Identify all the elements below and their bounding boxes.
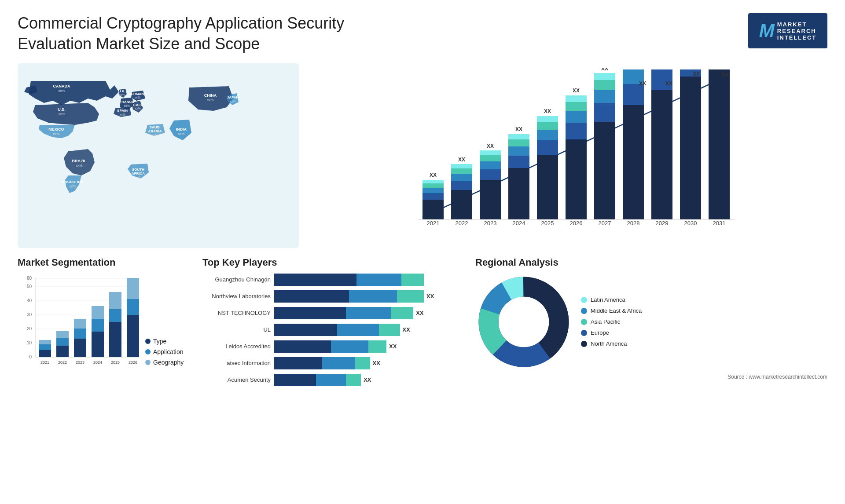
svg-rect-21 xyxy=(422,200,444,219)
svg-rect-112 xyxy=(74,319,86,329)
player-bar-seg3 xyxy=(355,357,370,369)
svg-text:XX: XX xyxy=(665,80,672,87)
svg-rect-123 xyxy=(127,299,139,315)
player-row: ULXX xyxy=(202,324,467,336)
map-container: CANADA xx% U.S. xx% MEXICO xx% BRAZIL xx… xyxy=(18,63,299,248)
svg-text:xx%: xx% xyxy=(230,100,235,103)
svg-rect-23 xyxy=(422,188,444,193)
regional-item-mea: Middle East & Africa xyxy=(581,307,642,314)
svg-rect-120 xyxy=(109,292,121,309)
svg-text:2022: 2022 xyxy=(456,220,468,226)
player-bar-seg3 xyxy=(368,340,386,353)
svg-rect-103 xyxy=(39,344,51,350)
player-name: Guangzhou Chinagdn xyxy=(202,276,271,283)
player-bar xyxy=(274,274,424,286)
svg-rect-110 xyxy=(74,339,86,357)
svg-text:2022: 2022 xyxy=(58,360,67,365)
svg-rect-104 xyxy=(39,340,51,344)
svg-text:xx%: xx% xyxy=(152,134,158,137)
player-bar-seg1 xyxy=(274,290,349,303)
svg-rect-59 xyxy=(566,102,587,111)
legend-type: Type xyxy=(145,338,184,345)
svg-rect-116 xyxy=(92,306,104,319)
map-label-south-africa: SOUTH xyxy=(132,168,144,172)
regional-section: Regional Analysis xyxy=(475,257,827,391)
svg-rect-42 xyxy=(508,168,529,219)
svg-text:xx%: xx% xyxy=(119,113,125,116)
segmentation-chart: 0 10 20 30 40 50 60 2021 xyxy=(18,274,141,375)
svg-text:XX: XX xyxy=(693,71,700,77)
svg-text:XX: XX xyxy=(458,157,465,163)
svg-rect-58 xyxy=(566,111,587,123)
logo-text: MARKET RESEARCH INTELLECT xyxy=(777,21,817,41)
svg-rect-51 xyxy=(537,130,558,140)
svg-text:2028: 2028 xyxy=(627,220,640,226)
svg-rect-56 xyxy=(566,139,587,219)
player-bar xyxy=(274,374,361,386)
regional-label-latin: Latin America xyxy=(591,296,625,303)
top-row: CANADA xx% U.S. xx% MEXICO xx% BRAZIL xx… xyxy=(18,63,827,248)
player-name: atsec Information xyxy=(202,360,271,366)
map-label-argentina: ARGENTINA xyxy=(62,180,83,184)
svg-rect-43 xyxy=(508,156,529,168)
svg-text:0: 0 xyxy=(29,354,32,359)
regional-dot-mea xyxy=(581,308,587,314)
svg-text:AFRICA: AFRICA xyxy=(132,172,145,175)
legend-label-application: Application xyxy=(153,348,184,355)
svg-rect-22 xyxy=(422,193,444,200)
svg-text:60: 60 xyxy=(27,276,32,281)
svg-text:2027: 2027 xyxy=(599,220,611,226)
svg-point-133 xyxy=(500,298,548,346)
svg-rect-44 xyxy=(508,146,529,156)
svg-rect-70 xyxy=(623,105,644,219)
player-bar-seg2 xyxy=(356,274,401,286)
map-label-germany: GERMANY xyxy=(129,92,147,96)
svg-text:XX: XX xyxy=(573,88,580,94)
svg-text:xx%: xx% xyxy=(178,132,184,136)
map-label-mexico: MEXICO xyxy=(48,127,64,131)
svg-rect-29 xyxy=(451,181,472,190)
svg-rect-24 xyxy=(422,183,444,188)
svg-rect-115 xyxy=(92,319,104,332)
player-xx-label: XX xyxy=(403,326,410,333)
svg-rect-71 xyxy=(623,84,644,105)
map-label-japan: JAPAN xyxy=(227,95,239,99)
growth-bar-chart: 2021 XX 2022 XX 2023 XX 2024 xyxy=(317,68,819,244)
svg-rect-39 xyxy=(480,150,501,155)
svg-rect-107 xyxy=(56,338,69,346)
legend-dot-type xyxy=(145,339,151,344)
player-bar-seg2 xyxy=(322,357,355,369)
regional-item-europe: Europe xyxy=(581,329,642,336)
player-row: NST TECHNOLOGYXX xyxy=(202,307,467,319)
player-bar xyxy=(274,307,413,319)
regional-label-mea: Middle East & Africa xyxy=(591,307,642,314)
player-bar-wrap: XX xyxy=(274,324,467,336)
regional-dot-latin xyxy=(581,297,587,303)
player-bar-seg3 xyxy=(401,274,424,286)
map-label-canada: CANADA xyxy=(53,84,70,88)
regional-item-latin: Latin America xyxy=(581,296,642,303)
regional-item-na: North America xyxy=(581,340,642,347)
map-label-france: FRANCE xyxy=(119,100,134,104)
regional-dot-apac xyxy=(581,319,587,325)
svg-rect-45 xyxy=(508,139,529,146)
svg-text:xx%: xx% xyxy=(207,98,213,102)
player-bar-seg1 xyxy=(274,274,356,286)
svg-text:2023: 2023 xyxy=(484,220,497,226)
svg-text:XX: XX xyxy=(430,172,437,178)
regional-content: Latin America Middle East & Africa Asia … xyxy=(475,274,827,370)
svg-rect-118 xyxy=(109,322,121,357)
svg-rect-46 xyxy=(508,134,529,139)
svg-text:xx%: xx% xyxy=(58,89,65,93)
svg-rect-114 xyxy=(92,332,104,357)
svg-rect-28 xyxy=(451,190,472,219)
svg-text:2026: 2026 xyxy=(129,360,137,365)
legend-application: Application xyxy=(145,348,184,355)
player-bar-seg1 xyxy=(274,340,331,353)
svg-text:2029: 2029 xyxy=(656,220,669,226)
svg-text:2026: 2026 xyxy=(570,220,583,226)
map-label-spain: SPAIN xyxy=(117,109,128,113)
svg-text:2021: 2021 xyxy=(40,360,49,365)
player-row: Leidos AccreditedXX xyxy=(202,340,467,353)
svg-text:xx%: xx% xyxy=(53,132,59,136)
